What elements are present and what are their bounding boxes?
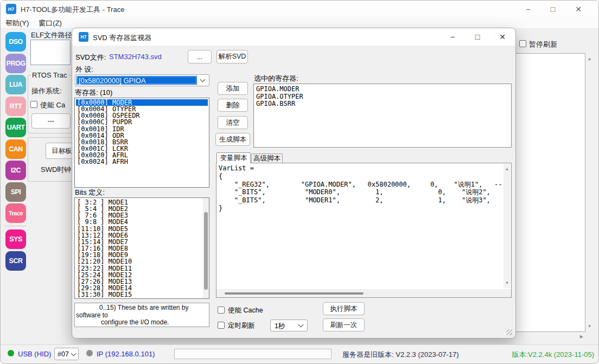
sidebar-button[interactable]: I2C <box>5 161 26 180</box>
description-line: software to <box>75 312 209 320</box>
bit-item[interactable]: [ 9:8 ] MODE4 <box>76 219 209 225</box>
dialog-close-icon[interactable]: ✕ <box>491 30 514 43</box>
chevron-down-icon <box>71 350 77 356</box>
script-horizontal-scrollbar[interactable] <box>216 290 511 297</box>
clear-button[interactable]: 清空 <box>218 116 248 129</box>
description-line: 0..15) These bits are written by <box>75 304 209 312</box>
sidebar-button[interactable]: SPI <box>5 182 26 202</box>
sidebar-button[interactable]: CAN <box>5 139 26 159</box>
script-line: VarList = <box>219 164 502 173</box>
device-index-value: #07 <box>58 350 69 358</box>
register-item[interactable]: [0x000C] PUPDR <box>76 119 209 125</box>
timed-refresh-checkbox[interactable] <box>218 322 225 329</box>
sidebar-button[interactable]: SYS <box>5 229 26 249</box>
selected-register-item[interactable]: GPIOA.MODER <box>256 86 509 93</box>
maximize-icon[interactable]: □ <box>541 2 564 16</box>
selected-registers-box[interactable]: GPIOA.MODERGPIOA.OTYPERGPIOA.BSRR <box>253 84 512 148</box>
sidebar-button[interactable]: LUA <box>5 75 26 94</box>
scrollbar-thumb[interactable] <box>225 292 364 295</box>
add-button[interactable]: 添加 <box>218 82 248 95</box>
script-text: VarList ={ "_REG32", "GPIOA.MODER", 0x58… <box>219 164 502 289</box>
script-editor[interactable]: VarList ={ "_REG32", "GPIOA.MODER", 0x58… <box>216 163 511 289</box>
script-line: "_BITS", "MODER0", 1, 0, "说明2", --_BITS … <box>219 188 502 196</box>
bits-definition-label: Bits 定义: <box>75 188 105 197</box>
chevron-down-icon <box>298 322 304 328</box>
device-index-select[interactable]: #07 <box>54 348 79 360</box>
bit-item[interactable]: [11:10] MODE5 <box>76 226 209 232</box>
enable-cache-bg-checkbox[interactable] <box>30 101 37 108</box>
svd-file-label: SVD文件: <box>75 53 106 62</box>
pause-refresh-label: 暂停刷新 <box>529 40 557 49</box>
sidebar-button[interactable]: UART <box>5 118 26 137</box>
script-line: { <box>219 173 502 181</box>
sidebar-button[interactable]: RTT <box>5 97 26 116</box>
pause-refresh-checkbox[interactable] <box>519 40 526 47</box>
delete-button[interactable]: 删除 <box>218 99 248 112</box>
elf-path-box[interactable] <box>30 40 71 65</box>
script-vertical-scrollbar[interactable]: ▲ ▼ <box>504 164 511 288</box>
script-line: "_BITS", "MODER1", 2, 1, "说明3", <box>219 196 502 205</box>
peripheral-label: 外 设: <box>75 65 93 74</box>
dialog-maximize-icon[interactable]: □ <box>466 30 489 43</box>
bit-item[interactable]: [31:30] MODE15 <box>76 291 209 298</box>
data-panel <box>513 53 585 332</box>
server-version-label: 服务器是旧版本: V2.2.3 (2023-07-17) <box>342 350 459 360</box>
dash-button[interactable]: --- <box>31 113 71 129</box>
tab-variable-script[interactable]: 变量脚本 <box>216 152 251 163</box>
bit-item[interactable]: [23:22] MODE11 <box>76 265 209 272</box>
sidebar: DSOPROGLUARTTUARTCANI2CSPITraceSYSSCR <box>5 32 26 272</box>
peripheral-selected-value: [0x58020000] GPIOA <box>77 76 197 85</box>
scroll-down-icon[interactable]: ▼ <box>504 280 511 285</box>
dialog-minimize-icon[interactable]: − <box>441 30 464 43</box>
close-icon[interactable]: ✕ <box>567 2 590 16</box>
menu-bar: 帮助(Y)窗口(Z) <box>1 17 598 28</box>
generate-script-button[interactable]: 生成脚本 <box>215 133 250 146</box>
enable-cache-checkbox[interactable] <box>218 306 225 314</box>
status-bar: USB (HID) #07 IP (192.168.0.101) 服务器是旧版本… <box>1 344 598 363</box>
main-titlebar: H7 H7-TOOL多功能开发工具 - Trace − □ ✕ <box>1 1 598 17</box>
bit-item[interactable]: [21:20] MODE10 <box>76 258 209 265</box>
parse-svd-button[interactable]: 解析SVD <box>216 50 248 63</box>
bits-list[interactable]: [ 3:2 ] MODE1[ 5:4 ] MODE2[ 7:6 ] MODE3[… <box>74 197 209 299</box>
sidebar-button[interactable]: DSO <box>5 32 26 52</box>
minimize-icon[interactable]: − <box>517 2 539 16</box>
browse-button[interactable]: ... <box>188 50 212 63</box>
scrollbar-thumb[interactable] <box>204 212 208 290</box>
register-item[interactable]: [0x0010] IDR <box>76 126 209 132</box>
sidebar-divider <box>5 226 27 226</box>
script-line: } <box>219 205 502 213</box>
dialog-title: SVD 寄存器监视器 <box>93 33 151 43</box>
window-title: H7-TOOL多功能开发工具 - Trace <box>21 5 124 15</box>
sidebar-button[interactable]: PROG <box>5 54 26 73</box>
selected-register-item[interactable]: GPIOA.BSRR <box>256 100 509 108</box>
resize-grip[interactable] <box>506 329 512 335</box>
bits-scrollbar[interactable] <box>203 198 209 298</box>
usb-status-icon <box>8 350 14 356</box>
selected-registers-label: 选中的寄存器: <box>254 74 298 84</box>
register-item[interactable]: [0x0024] AFRH <box>76 158 209 165</box>
os-label: 操作系统: <box>31 86 62 96</box>
vertical-scrollbar[interactable]: ▲ ▼ <box>585 53 594 332</box>
enable-cache-label: 使能 Cache <box>228 306 263 315</box>
execute-script-button[interactable]: 执行脚本 <box>323 302 365 315</box>
sidebar-button[interactable]: SCR <box>5 251 26 271</box>
scroll-down-icon[interactable]: ▼ <box>585 324 594 329</box>
scroll-up-icon[interactable]: ▲ <box>585 56 594 61</box>
sidebar-button[interactable]: Trace <box>5 203 26 223</box>
menu-item[interactable]: 帮助(Y) <box>1 17 34 28</box>
app-logo-icon: H7 <box>6 4 16 14</box>
refresh-once-button[interactable]: 刷新一次 <box>323 318 365 331</box>
dialog-logo-icon: H7 <box>79 32 88 42</box>
dialog-titlebar: H7 SVD 寄存器监视器 − □ ✕ <box>72 28 515 46</box>
tab-advanced-script[interactable]: 高级脚本 <box>251 154 283 163</box>
scroll-up-icon[interactable]: ▲ <box>504 167 511 171</box>
timed-refresh-label: 定时刷新 <box>228 321 255 330</box>
horizontal-scrollbar[interactable]: ▶ <box>513 333 585 341</box>
scroll-right-icon[interactable]: ▶ <box>580 334 583 339</box>
refresh-interval-select[interactable]: 1秒 <box>270 320 308 331</box>
menu-item[interactable]: 窗口(Z) <box>34 17 67 28</box>
register-list[interactable]: [0x0000] MODER[0x0004] OTYPER[0x0008] OS… <box>74 98 209 188</box>
selected-register-item[interactable]: GPIOA.OTYPER <box>256 93 509 101</box>
swd-clock-label: SWD时钟 <box>41 165 71 175</box>
peripheral-select[interactable]: [0x58020000] GPIOA <box>75 74 209 86</box>
